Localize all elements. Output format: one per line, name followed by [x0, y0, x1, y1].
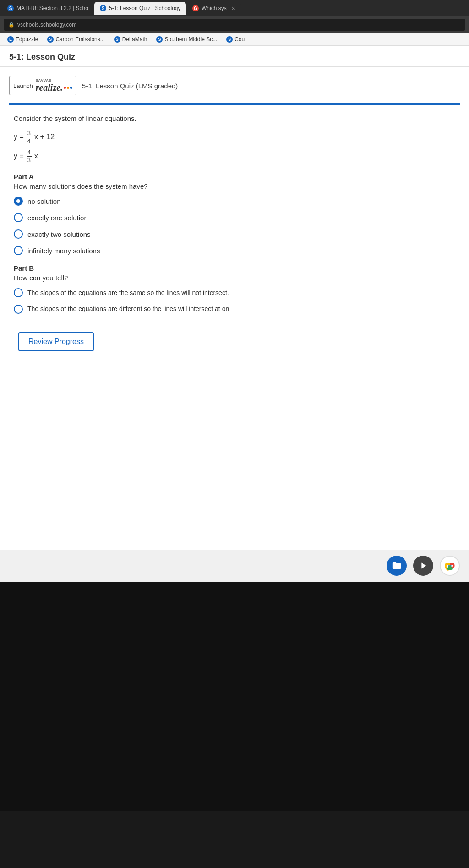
- bm-icon-carbon: S: [47, 36, 54, 43]
- radio-label-same-slopes: The slopes of the equations are the same…: [27, 289, 229, 298]
- radio-circle-two-solutions[interactable]: [14, 229, 23, 239]
- radio-same-slopes[interactable]: The slopes of the equations are the same…: [14, 288, 455, 297]
- bm-label-cou: Cou: [234, 36, 245, 43]
- eq1-denominator: 4: [27, 137, 32, 145]
- radio-two-solutions[interactable]: exactly two solutions: [14, 229, 455, 239]
- radio-label-diff-slopes: The slopes of the equations are differen…: [27, 305, 229, 314]
- tab-label-which: Which sys: [202, 5, 227, 11]
- chrome-icon: [445, 561, 455, 571]
- radio-label-two-solutions: exactly two solutions: [27, 230, 91, 238]
- radio-diff-slopes-partial[interactable]: The slopes of the equations are differen…: [14, 305, 455, 314]
- black-area: [0, 582, 469, 811]
- radio-one-solution[interactable]: exactly one solution: [14, 213, 455, 222]
- bookmark-southern[interactable]: S Southern Middle Sc...: [153, 35, 221, 44]
- tab-math[interactable]: S MATH 8: Section 8.2.2 | Scho ✕: [2, 2, 93, 15]
- eq2-prefix: y =: [14, 152, 24, 160]
- radio-circle-same-slopes[interactable]: [14, 288, 23, 297]
- bm-label-southern: Southern Middle Sc...: [164, 36, 217, 43]
- bm-icon-edpuzzle: E: [7, 36, 14, 43]
- tab-icon-google: G: [192, 5, 199, 11]
- quiz-label: 5-1: Lesson Quiz (LMS graded): [82, 82, 178, 90]
- radio-label-infinite-solutions: infinitely many solutions: [27, 247, 100, 255]
- savvas-text: SAVVAS: [36, 78, 52, 82]
- eq2-suffix: x: [34, 152, 38, 160]
- tab-bar: S MATH 8: Section 8.2.2 | Scho ✕ S 5-1: …: [0, 0, 469, 16]
- eq1-suffix: x + 12: [34, 133, 55, 141]
- bookmarks-bar: E Edpuzzle S Carbon Emissions... S Delta…: [0, 33, 469, 46]
- bm-icon-southern: S: [156, 36, 163, 43]
- folder-button[interactable]: [387, 556, 407, 576]
- bookmark-carbon[interactable]: S Carbon Emissions...: [44, 35, 108, 44]
- radio-no-solution[interactable]: no solution: [14, 197, 455, 206]
- launch-bar: Launch SAVVAS realize.: [9, 76, 460, 95]
- tab-close-quiz[interactable]: ✕: [185, 5, 186, 11]
- blue-divider: [9, 103, 460, 105]
- bm-label-carbon: Carbon Emissions...: [55, 36, 104, 43]
- part-b-section: Part B How can you tell? The slopes of t…: [14, 264, 455, 314]
- realize-dots: [64, 87, 72, 89]
- equations: y = 3 4 x + 12 y = 4 3 x: [14, 130, 455, 164]
- radio-circle-one-solution[interactable]: [14, 213, 23, 222]
- chrome-button[interactable]: [440, 556, 460, 576]
- bm-icon-cou: S: [226, 36, 233, 43]
- bm-icon-deltamath: S: [114, 36, 120, 43]
- bookmark-edpuzzle[interactable]: E Edpuzzle: [4, 35, 42, 44]
- part-a-label: Part A: [14, 173, 455, 180]
- bottom-toolbar: [0, 550, 469, 582]
- dot-red: [64, 87, 66, 89]
- eq1-prefix: y =: [14, 133, 24, 141]
- eq2-numerator: 4: [27, 149, 32, 157]
- browser-chrome: S MATH 8: Section 8.2.2 | Scho ✕ S 5-1: …: [0, 0, 469, 46]
- launch-text: Launch: [13, 82, 33, 89]
- eq2-fraction: 4 3: [27, 149, 32, 164]
- radio-circle-infinite-solutions[interactable]: [14, 246, 23, 255]
- equation-1: y = 3 4 x + 12: [14, 130, 455, 144]
- page-content: 5-1: Lesson Quiz Launch SAVVAS realize.: [0, 46, 469, 550]
- bookmark-deltamath[interactable]: S DeltaMath: [110, 35, 151, 44]
- realize-logo: SAVVAS realize.: [36, 78, 72, 93]
- part-a-question: How many solutions does the system have?: [14, 182, 455, 190]
- radio-label-one-solution: exactly one solution: [27, 214, 88, 222]
- question-area: Consider the system of linear equations.…: [9, 115, 460, 360]
- tab-label-math: MATH 8: Section 8.2.2 | Scho: [16, 5, 88, 11]
- play-icon: [418, 561, 428, 571]
- part-a-section: Part A How many solutions does the syste…: [14, 173, 455, 255]
- eq1-numerator: 3: [27, 130, 32, 137]
- eq2-denominator: 3: [27, 157, 32, 164]
- dot-orange: [67, 87, 69, 89]
- radio-circle-no-solution[interactable]: [14, 197, 23, 206]
- eq1-fraction: 3 4: [27, 130, 32, 144]
- tab-label-quiz: 5-1: Lesson Quiz | Schoology: [109, 5, 181, 11]
- lock-icon: 🔒: [8, 22, 15, 28]
- part-b-question: How can you tell?: [14, 274, 455, 282]
- play-button[interactable]: [413, 556, 433, 576]
- tab-close-which[interactable]: ✕: [231, 5, 235, 11]
- question-intro: Consider the system of linear equations.: [14, 115, 455, 122]
- tab-close-math[interactable]: ✕: [93, 5, 93, 11]
- tab-which[interactable]: G Which sys ✕: [187, 2, 241, 15]
- page-header: 5-1: Lesson Quiz: [0, 46, 469, 67]
- page-title: 5-1: Lesson Quiz: [9, 52, 460, 62]
- realize-text: realize.: [36, 82, 63, 93]
- address-bar[interactable]: 🔒 vschools.schoology.com: [4, 19, 465, 31]
- tab-lesson-quiz[interactable]: S 5-1: Lesson Quiz | Schoology ✕: [94, 2, 186, 15]
- review-progress-button[interactable]: Review Progress: [18, 332, 94, 351]
- radio-circle-diff-slopes[interactable]: [14, 305, 23, 314]
- radio-label-no-solution: no solution: [27, 197, 61, 205]
- bm-label-edpuzzle: Edpuzzle: [16, 36, 38, 43]
- url-text: vschools.schoology.com: [17, 22, 76, 28]
- equation-2: y = 4 3 x: [14, 149, 455, 164]
- folder-icon: [392, 561, 402, 571]
- bm-label-deltamath: DeltaMath: [122, 36, 147, 43]
- dot-blue: [70, 87, 72, 89]
- part-b-label: Part B: [14, 264, 455, 272]
- launch-button[interactable]: Launch SAVVAS realize.: [9, 76, 76, 95]
- main-content: Launch SAVVAS realize.: [0, 67, 469, 370]
- radio-infinite-solutions[interactable]: infinitely many solutions: [14, 246, 455, 255]
- tab-icon-schoology2: S: [100, 5, 106, 11]
- tab-icon-schoology1: S: [7, 5, 14, 11]
- bookmark-cou[interactable]: S Cou: [223, 35, 248, 44]
- address-bar-row: 🔒 vschools.schoology.com: [0, 16, 469, 33]
